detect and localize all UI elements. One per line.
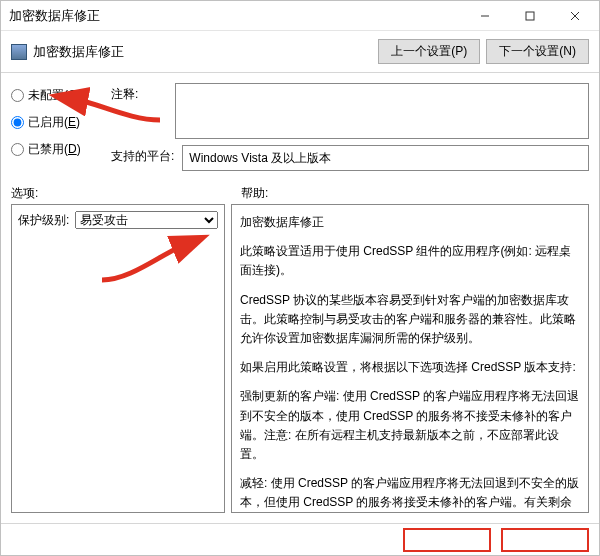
options-section-label: 选项: <box>11 185 241 202</box>
nav-buttons: 上一个设置(P) 下一个设置(N) <box>378 39 589 64</box>
window: 加密数据库修正 加密数据库修正 上一个设置(P) 下一个设置(N) 未配置(C) <box>0 0 600 556</box>
footer <box>1 523 599 555</box>
prev-setting-label: 上一个设置(P) <box>391 44 467 58</box>
supported-value: Windows Vista 及以上版本 <box>189 150 331 167</box>
prev-setting-button[interactable]: 上一个设置(P) <box>378 39 480 64</box>
close-icon <box>570 11 580 21</box>
supported-box: Windows Vista 及以上版本 <box>182 145 589 171</box>
radio-not-configured-label: 未配置(C) <box>28 87 81 104</box>
help-p3: CredSSP 协议的某些版本容易受到针对客户端的加密数据库攻击。此策略控制与易… <box>240 291 580 349</box>
supported-row: 支持的平台: Windows Vista 及以上版本 <box>111 145 589 171</box>
comment-label: 注释: <box>111 83 167 103</box>
radio-column: 未配置(C) 已启用(E) 已禁用(D) <box>11 83 101 171</box>
protection-level-label: 保护级别: <box>18 212 69 229</box>
help-p1: 加密数据库修正 <box>240 213 580 232</box>
protection-level-select[interactable]: 易受攻击 <box>75 211 218 229</box>
radio-not-configured[interactable]: 未配置(C) <box>11 87 101 104</box>
radio-disabled[interactable]: 已禁用(D) <box>11 141 101 158</box>
help-p5: 强制更新的客户端: 使用 CredSSP 的客户端应用程序将无法回退到不安全的版… <box>240 387 580 464</box>
radio-not-configured-input[interactable] <box>11 89 24 102</box>
maximize-icon <box>525 11 535 21</box>
window-title: 加密数据库修正 <box>9 7 462 25</box>
radio-enabled-input[interactable] <box>11 116 24 129</box>
help-p2: 此策略设置适用于使用 CredSSP 组件的应用程序(例如: 远程桌面连接)。 <box>240 242 580 280</box>
section-labels-row: 选项: 帮助: <box>1 181 599 204</box>
close-button[interactable] <box>552 2 597 30</box>
radio-enabled-label: 已启用(E) <box>28 114 80 131</box>
next-setting-label: 下一个设置(N) <box>499 44 576 58</box>
right-column: 注释: 支持的平台: Windows Vista 及以上版本 <box>111 83 589 171</box>
header-title: 加密数据库修正 <box>33 43 378 61</box>
svg-rect-1 <box>526 12 534 20</box>
minimize-icon <box>480 11 490 21</box>
panes: 保护级别: 易受攻击 加密数据库修正 此策略设置适用于使用 CredSSP 组件… <box>1 204 599 523</box>
help-p6: 减轻: 使用 CredSSP 的客户端应用程序将无法回退到不安全的版本，但使用 … <box>240 474 580 513</box>
config-area: 未配置(C) 已启用(E) 已禁用(D) 注释: 支持的平台: Windows … <box>1 73 599 181</box>
comment-row: 注释: <box>111 83 589 139</box>
radio-disabled-input[interactable] <box>11 143 24 156</box>
help-p4: 如果启用此策略设置，将根据以下选项选择 CredSSP 版本支持: <box>240 358 580 377</box>
maximize-button[interactable] <box>507 2 552 30</box>
radio-disabled-label: 已禁用(D) <box>28 141 81 158</box>
help-pane[interactable]: 加密数据库修正 此策略设置适用于使用 CredSSP 组件的应用程序(例如: 远… <box>231 204 589 513</box>
policy-icon <box>11 44 27 60</box>
titlebar: 加密数据库修正 <box>1 1 599 31</box>
annotation-box-1 <box>403 528 491 552</box>
titlebar-buttons <box>462 2 597 30</box>
supported-label: 支持的平台: <box>111 145 174 165</box>
minimize-button[interactable] <box>462 2 507 30</box>
header-row: 加密数据库修正 上一个设置(P) 下一个设置(N) <box>1 31 599 73</box>
comment-textarea[interactable] <box>175 83 589 139</box>
annotation-box-2 <box>501 528 589 552</box>
help-section-label: 帮助: <box>241 185 589 202</box>
next-setting-button[interactable]: 下一个设置(N) <box>486 39 589 64</box>
protection-level-row: 保护级别: 易受攻击 <box>18 211 218 229</box>
radio-enabled[interactable]: 已启用(E) <box>11 114 101 131</box>
options-pane: 保护级别: 易受攻击 <box>11 204 225 513</box>
